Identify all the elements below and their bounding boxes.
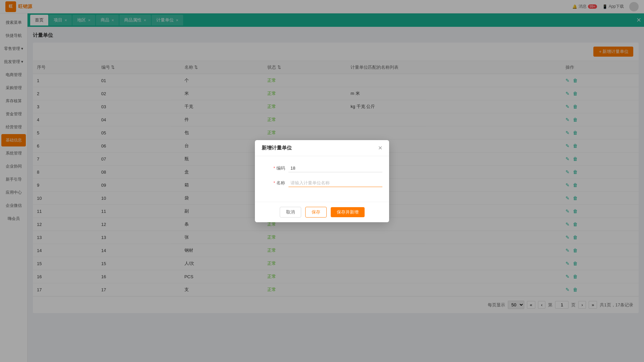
modal-close-button[interactable]: ✕ <box>378 145 382 151</box>
code-form-row: * 编码 <box>262 164 382 172</box>
name-form-row: * 名称 <box>262 179 382 187</box>
name-required-star: * <box>273 180 275 185</box>
cancel-button[interactable]: 取消 <box>280 207 301 218</box>
save-new-button[interactable]: 保存并新增 <box>331 207 365 217</box>
code-input[interactable] <box>288 164 382 172</box>
modal-footer: 取消 保存 保存并新增 <box>255 202 389 222</box>
modal-header: 新增计量单位 ✕ <box>255 140 389 156</box>
modal-title: 新增计量单位 <box>262 145 292 151</box>
name-input[interactable] <box>288 179 382 187</box>
save-button[interactable]: 保存 <box>305 207 327 218</box>
modal-overlay: 新增计量单位 ✕ * 编码 * 名称 取消 保存 保存并新增 <box>0 0 644 362</box>
code-label: * 编码 <box>262 165 288 171</box>
code-required-star: * <box>273 166 275 171</box>
modal-body: * 编码 * 名称 <box>255 156 389 202</box>
add-unit-modal: 新增计量单位 ✕ * 编码 * 名称 取消 保存 保存并新增 <box>255 140 389 222</box>
name-label: * 名称 <box>262 180 288 186</box>
